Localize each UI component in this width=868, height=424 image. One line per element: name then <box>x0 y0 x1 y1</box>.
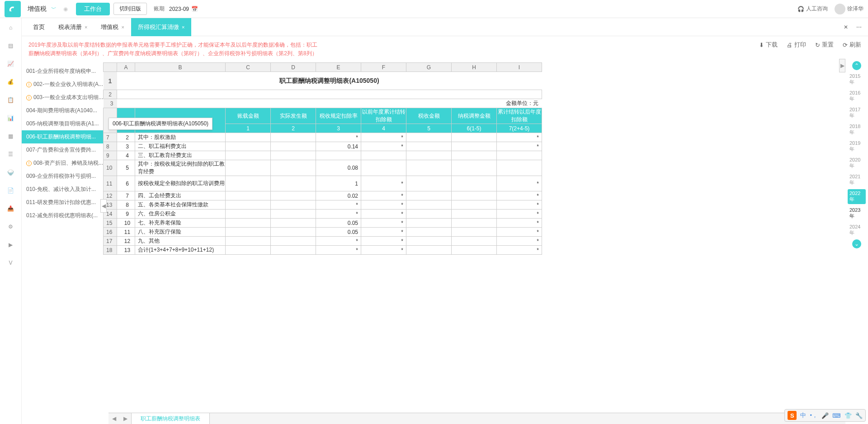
period-label: 账期 <box>154 5 165 13</box>
workbench-button[interactable]: 工作台 <box>76 3 110 15</box>
tab-home[interactable]: 首页 <box>26 18 52 19</box>
avatar-icon <box>835 4 845 14</box>
doc-icon[interactable]: ◉ <box>63 6 68 12</box>
switch-old-button[interactable]: 切到旧版 <box>113 3 147 15</box>
user-menu[interactable]: 徐泽华 <box>835 4 863 14</box>
chevron-down-icon[interactable]: ﹀ <box>51 5 57 13</box>
period-value[interactable]: 2023-09 <box>169 6 189 12</box>
tab-income-tax[interactable]: 所得税汇算清缴× <box>131 18 191 19</box>
tax-type-select[interactable]: 增值税 <box>28 5 47 13</box>
tab-vat[interactable]: 增值税× <box>94 18 131 19</box>
tab-tax-list[interactable]: 税表清册× <box>52 18 94 19</box>
app-logo[interactable] <box>5 1 21 17</box>
consult-link[interactable]: 🎧 人工咨询 <box>797 5 828 13</box>
calendar-icon[interactable]: 📅 <box>191 6 198 12</box>
